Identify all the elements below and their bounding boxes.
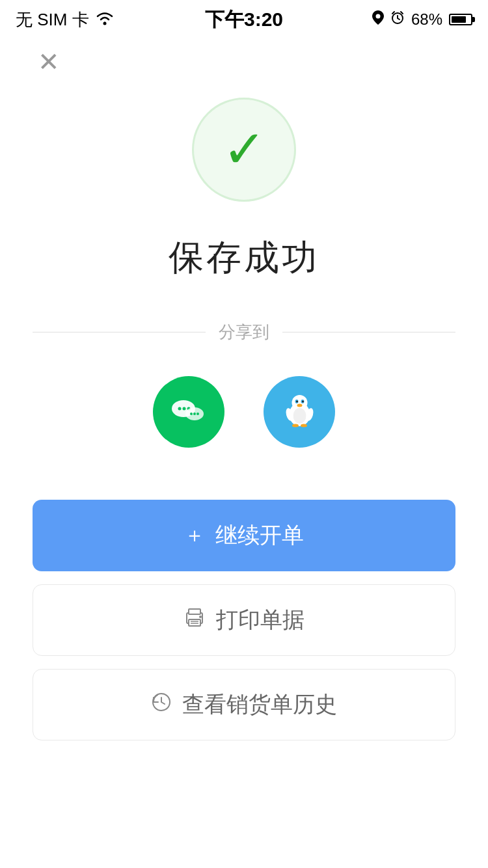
svg-rect-25 <box>189 619 200 626</box>
share-label: 分享到 <box>219 321 269 344</box>
svg-point-10 <box>197 413 199 415</box>
alarm-icon <box>390 10 405 29</box>
history-button[interactable]: 查看销货单历史 <box>33 669 455 740</box>
svg-rect-24 <box>189 609 200 614</box>
success-indicator: ✓ <box>192 98 296 202</box>
divider-line-right <box>282 332 455 332</box>
share-wechat-button[interactable] <box>153 376 224 448</box>
print-button[interactable]: 打印单据 <box>33 584 455 656</box>
action-buttons: ＋ 继续开单 打印单据 <box>33 500 455 740</box>
battery-icon <box>449 14 472 25</box>
svg-point-5 <box>182 407 185 410</box>
history-icon <box>151 692 172 718</box>
svg-point-0 <box>103 21 106 25</box>
main-content: ✓ 保存成功 分享到 <box>0 39 488 868</box>
share-icons <box>153 376 335 448</box>
svg-point-19 <box>292 424 299 427</box>
svg-point-20 <box>301 424 307 427</box>
wifi-icon <box>96 10 114 30</box>
status-left: 无 SIM 卡 <box>16 8 114 31</box>
svg-point-8 <box>190 413 193 415</box>
carrier-text: 无 SIM 卡 <box>16 8 89 31</box>
share-divider: 分享到 <box>33 321 455 344</box>
wechat-icon <box>168 391 210 433</box>
svg-point-4 <box>178 407 181 410</box>
svg-point-1 <box>375 14 380 19</box>
status-time: 下午3:20 <box>205 7 283 33</box>
success-title: 保存成功 <box>169 234 319 282</box>
svg-point-28 <box>199 616 202 618</box>
checkmark-icon: ✓ <box>223 124 266 176</box>
svg-point-9 <box>193 413 196 415</box>
svg-point-18 <box>293 408 306 424</box>
print-icon <box>183 608 206 632</box>
continue-label: 继续开单 <box>215 521 304 550</box>
status-bar: 无 SIM 卡 下午3:20 68% <box>0 0 488 39</box>
share-qq-button[interactable] <box>264 376 335 448</box>
plus-icon: ＋ <box>184 521 205 550</box>
battery-text: 68% <box>411 10 442 29</box>
location-icon <box>372 10 384 29</box>
continue-button[interactable]: ＋ 继续开单 <box>33 500 455 571</box>
history-label: 查看销货单历史 <box>182 690 337 720</box>
qq-icon <box>278 391 321 433</box>
print-label: 打印单据 <box>216 605 305 635</box>
divider-line-left <box>33 332 206 332</box>
svg-point-17 <box>297 403 302 407</box>
svg-point-16 <box>302 400 304 402</box>
status-right: 68% <box>372 10 472 29</box>
close-button[interactable]: ✕ <box>33 46 65 78</box>
close-icon: ✕ <box>38 49 60 75</box>
svg-point-15 <box>296 400 298 402</box>
